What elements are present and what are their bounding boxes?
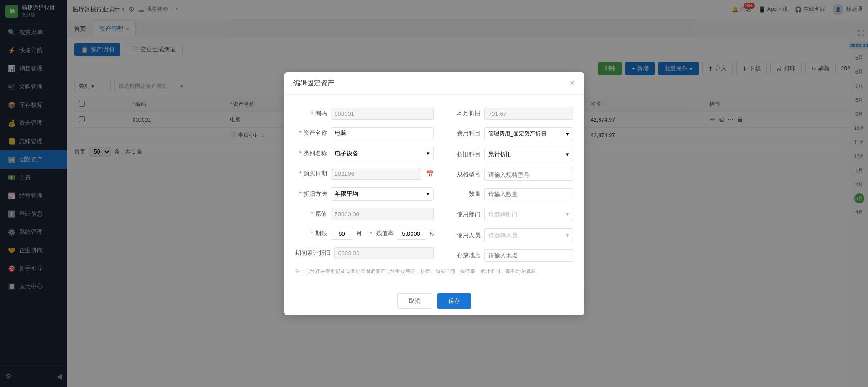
- calendar-icon[interactable]: 📅: [427, 170, 434, 177]
- form-row-purchase-date: 购买日期 📅: [295, 164, 434, 184]
- period-label: 期限: [295, 229, 327, 238]
- form-row-spec: 规格型号: [449, 165, 573, 184]
- form-row-depreciation-method: 折旧方法 年限平均 ▾: [295, 184, 434, 204]
- purchase-date-input[interactable]: [331, 168, 422, 180]
- init-dep-input[interactable]: [334, 247, 434, 259]
- cancel-button[interactable]: 取消: [397, 293, 432, 309]
- form-row-quantity: 数量: [449, 184, 573, 204]
- form-row-monthly-dep: 本月折旧: [449, 104, 573, 124]
- form-row-period: 期限 月 * 残值率 %: [295, 224, 434, 243]
- modal-title: 编辑固定资产: [293, 79, 334, 88]
- modal-left-col: 编码 资产名称 类别名称 电子设备 ▾: [295, 104, 442, 265]
- person-label: 使用人员: [449, 231, 481, 239]
- modal-right-col: 本月折旧 费用科目 管理费用_固定资产折旧 ▾ 折旧科目 累计折旧: [441, 104, 573, 265]
- form-row-init-dep: 期初累计折旧: [295, 243, 434, 263]
- chevron-down-icon: ▾: [566, 211, 569, 218]
- spec-input[interactable]: [484, 169, 573, 181]
- residual-rate-required: *: [370, 230, 372, 237]
- category-label: 类别名称: [295, 149, 327, 158]
- dept-select[interactable]: 请选择部门 ▾: [484, 208, 573, 221]
- init-dep-label: 期初累计折旧: [295, 249, 331, 257]
- form-row-original-value: 原值: [295, 204, 434, 224]
- chevron-down-icon: ▾: [566, 130, 569, 137]
- form-row-category: 类别名称 电子设备 ▾: [295, 143, 434, 164]
- form-row-dep-subject: 折旧科目 累计折旧 ▾: [449, 144, 573, 165]
- person-placeholder: 请选择人员: [488, 231, 518, 239]
- modal-body: 编码 资产名称 类别名称 电子设备 ▾: [284, 95, 584, 287]
- dep-subject-select[interactable]: 累计折旧 ▾: [484, 148, 573, 161]
- residual-rate-unit: %: [429, 230, 434, 237]
- period-group: 月 * 残值率 %: [331, 228, 434, 240]
- edit-asset-modal: 编辑固定资产 × 编码 资产名称 类别名称: [284, 72, 584, 315]
- depreciation-method-value: 年限平均: [335, 190, 358, 198]
- category-value: 电子设备: [335, 149, 358, 158]
- form-row-dept: 使用部门 请选择部门 ▾: [449, 204, 573, 225]
- modal-overlay: 编辑固定资产 × 编码 资产名称 类别名称: [0, 0, 868, 387]
- form-row-expense-subject: 费用科目 管理费用_固定资产折旧 ▾: [449, 124, 573, 144]
- code-input[interactable]: [331, 108, 434, 120]
- expense-subject-label: 费用科目: [449, 129, 481, 138]
- modal-close-btn[interactable]: ×: [570, 79, 575, 88]
- chevron-down-icon: ▾: [566, 151, 569, 158]
- depreciation-method-select[interactable]: 年限平均 ▾: [331, 187, 434, 201]
- depreciation-method-label: 折旧方法: [295, 190, 327, 198]
- category-select[interactable]: 电子设备 ▾: [331, 147, 434, 160]
- location-label: 存放地点: [449, 251, 481, 259]
- monthly-dep-label: 本月折旧: [449, 109, 481, 118]
- asset-name-label: 资产名称: [295, 129, 327, 137]
- original-value-label: 原值: [295, 210, 327, 218]
- form-row-person: 使用人员 请选择人员 ▾: [449, 225, 573, 246]
- original-value-input[interactable]: [331, 208, 434, 220]
- save-button[interactable]: 保存: [437, 293, 471, 309]
- code-label: 编码: [295, 109, 327, 118]
- period-unit: 月: [356, 229, 362, 238]
- form-row-code: 编码: [295, 104, 434, 124]
- expense-subject-select[interactable]: 管理费用_固定资产折旧 ▾: [484, 127, 573, 140]
- quantity-label: 数量: [449, 190, 481, 198]
- dep-subject-value: 累计折旧: [488, 150, 512, 159]
- purchase-date-label: 购买日期: [295, 169, 327, 178]
- person-select[interactable]: 请选择人员 ▾: [484, 228, 573, 242]
- form-row-asset-name: 资产名称: [295, 124, 434, 143]
- modal-note: 注：已经存在变更记录或者对应固定资产已经生成凭证，原值、购买日期、残值率、累计折…: [295, 265, 573, 278]
- asset-name-input[interactable]: [331, 127, 434, 139]
- dept-placeholder: 请选择部门: [488, 210, 518, 218]
- modal-footer: 取消 保存: [284, 287, 584, 315]
- dept-label: 使用部门: [449, 210, 481, 218]
- chevron-down-icon: ▾: [427, 150, 430, 157]
- quantity-input[interactable]: [484, 188, 573, 200]
- location-input[interactable]: [484, 249, 573, 262]
- residual-rate-label: 残值率: [376, 229, 394, 238]
- form-row-location: 存放地点: [449, 246, 573, 265]
- period-input[interactable]: [331, 228, 353, 240]
- modal-header: 编辑固定资产 ×: [284, 72, 584, 95]
- monthly-dep-input[interactable]: [484, 108, 573, 120]
- dep-subject-label: 折旧科目: [449, 150, 481, 159]
- residual-rate-input[interactable]: [397, 228, 426, 240]
- expense-subject-value: 管理费用_固定资产折旧: [488, 130, 546, 138]
- chevron-down-icon: ▾: [566, 232, 569, 238]
- spec-label: 规格型号: [449, 170, 481, 179]
- chevron-down-icon: ▾: [427, 190, 430, 197]
